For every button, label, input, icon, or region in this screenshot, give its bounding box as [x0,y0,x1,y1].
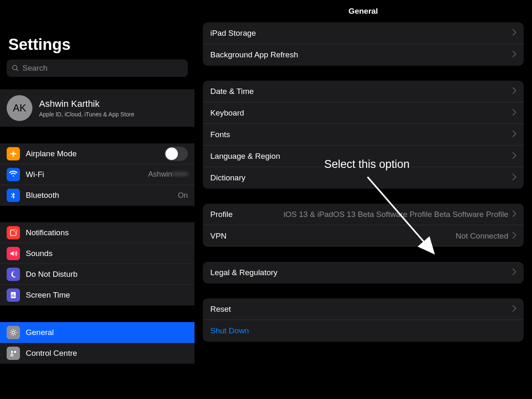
svg-rect-7 [15,296,15,297]
svg-point-8 [12,331,15,334]
bluetooth-value: On [178,191,188,200]
row-value: Not Connected [456,232,508,241]
dnd-icon [7,268,20,281]
row-fonts[interactable]: Fonts [203,124,524,145]
airplane-icon [7,147,20,160]
row-label: Keyboard [210,108,244,118]
main-panel: General iPad StorageBackground App Refre… [195,0,532,399]
wifi-value: Ashwin [148,170,172,179]
sidebar-item-notifications[interactable]: Notifications [0,222,195,243]
settings-title: Settings [0,12,195,59]
bluetooth-icon [7,189,20,202]
account-name: Ashwin Karthik [39,99,134,109]
account-row[interactable]: AK Ashwin Karthik Apple ID, iCloud, iTun… [0,89,195,127]
chevron-right-icon [512,210,516,219]
row-label: Background App Refresh [210,50,298,59]
notifications-icon [7,226,20,239]
svg-rect-6 [13,294,14,297]
chevron-right-icon [512,29,516,38]
general-icon [7,326,20,339]
svg-point-3 [14,229,17,232]
chevron-right-icon [512,87,516,96]
sidebar-item-general[interactable]: General [0,322,195,343]
sidebar-item-airplane[interactable]: Airplane Mode [0,143,195,164]
wifi-icon [7,168,20,181]
row-dictionary[interactable]: Dictionary [203,167,524,189]
sidebar-item-label: Notifications [26,228,188,237]
sounds-icon [7,247,20,260]
svg-point-0 [12,65,17,70]
row-label: Reset [210,305,231,314]
row-label: Legal & Regulatory [210,268,278,277]
sidebar-item-label: Sounds [26,249,188,258]
chevron-right-icon [512,108,516,118]
row-label: Language & Region [210,152,280,161]
sidebar-item-label: Bluetooth [26,191,178,200]
svg-line-1 [16,69,18,71]
sidebar-item-wifi[interactable]: Wi-FiAshwin•••••• [0,164,195,185]
account-subtitle: Apple ID, iCloud, iTunes & App Store [39,111,134,118]
chevron-right-icon [512,50,516,59]
row-language-region[interactable]: Language & Region [203,145,524,167]
chevron-right-icon [512,173,516,182]
row-label: VPN [210,232,227,241]
sidebar-item-controlcentre[interactable]: Control Centre [0,343,195,364]
row-date-time[interactable]: Date & Time [203,81,524,102]
row-label: Date & Time [210,87,254,96]
svg-point-11 [11,354,13,356]
sidebar-item-dnd[interactable]: Do Not Disturb [0,264,195,285]
row-reset[interactable]: Reset [203,298,524,320]
settings-sidebar: Settings Search AK Ashwin Karthik Apple … [0,0,195,399]
row-label: Profile [210,210,233,219]
sidebar-item-bluetooth[interactable]: BluetoothOn [0,185,195,206]
chevron-right-icon [512,305,516,314]
sidebar-item-sounds[interactable]: Sounds [0,243,195,264]
svg-rect-10 [14,351,16,353]
controlcentre-icon [7,347,20,360]
airplane-toggle[interactable] [165,147,188,161]
row-keyboard[interactable]: Keyboard [203,102,524,124]
row-vpn[interactable]: VPNNot Connected [203,225,524,247]
row-label: Shut Down [210,326,249,335]
sidebar-item-label: Airplane Mode [26,149,165,158]
chevron-right-icon [512,268,516,277]
search-placeholder: Search [22,64,47,73]
chevron-right-icon [512,130,516,139]
row-label: Fonts [210,130,230,139]
sidebar-item-label: General [26,328,188,337]
row-label: iPad Storage [210,29,256,38]
main-title: General [195,0,532,22]
row-ipad-storage[interactable]: iPad Storage [203,22,524,44]
row-background-app-refresh[interactable]: Background App Refresh [203,44,524,66]
row-legal-regulatory[interactable]: Legal & Regulatory [203,262,524,283]
sidebar-item-label: Wi-Fi [26,170,148,179]
row-label: Dictionary [210,173,245,182]
sidebar-item-screentime[interactable]: Screen Time [0,285,195,305]
search-input[interactable]: Search [7,59,188,77]
sidebar-item-label: Do Not Disturb [26,270,188,279]
screentime-icon [7,288,20,302]
row-shut-down[interactable]: Shut Down [203,320,524,342]
sidebar-item-label: Control Centre [26,349,188,358]
svg-rect-5 [12,295,12,297]
search-icon [12,64,19,72]
svg-point-9 [11,351,13,353]
row-value: iOS 13 & iPadOS 13 Beta Software Profile… [283,210,508,219]
chevron-right-icon [512,152,516,161]
chevron-right-icon [512,232,516,241]
row-profile[interactable]: ProfileiOS 13 & iPadOS 13 Beta Software … [203,204,524,225]
sidebar-item-label: Screen Time [26,291,188,300]
avatar: AK [7,95,32,121]
